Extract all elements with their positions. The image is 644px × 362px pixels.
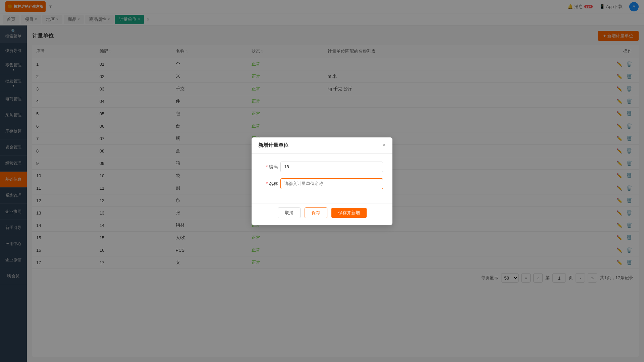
save-new-button[interactable]: 保存并新增 (331, 208, 367, 218)
code-label: 编码 (261, 164, 278, 170)
code-input[interactable] (280, 162, 383, 172)
name-label: 名称 (261, 181, 278, 187)
dialog-body: 编码 名称 (252, 154, 392, 203)
dialog-overlay: 新增计量单位 × 编码 名称 取消 保存 保存并新增 (0, 0, 644, 362)
dialog-footer: 取消 保存 保存并新增 (252, 203, 392, 225)
dialog-header: 新增计量单位 × (252, 137, 392, 154)
form-row-code: 编码 (261, 162, 383, 172)
save-button[interactable]: 保存 (305, 207, 327, 218)
name-input[interactable] (280, 178, 383, 189)
dialog-title: 新增计量单位 (258, 142, 288, 148)
add-unit-dialog: 新增计量单位 × 编码 名称 取消 保存 保存并新增 (252, 137, 392, 225)
dialog-close-btn[interactable]: × (383, 142, 386, 148)
cancel-button[interactable]: 取消 (278, 207, 301, 218)
form-row-name: 名称 (261, 178, 383, 189)
